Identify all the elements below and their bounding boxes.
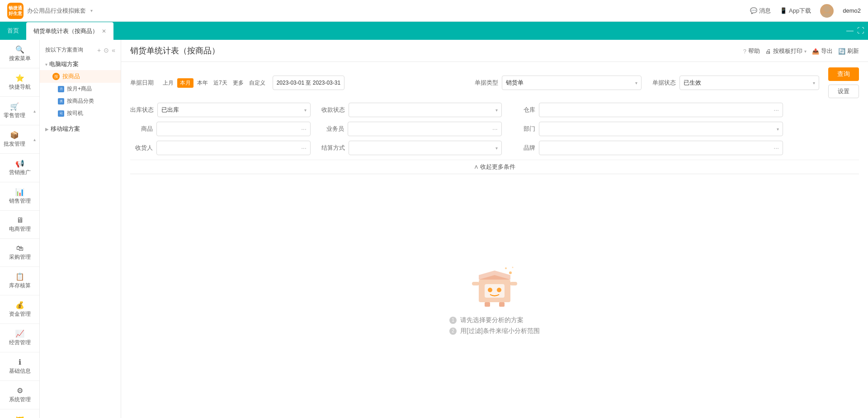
scheme-group-pc: ▾ 电脑端方案 按 按商品 月 按月+商品 类 按商品分类 司 按司机 xyxy=(40,57,121,121)
collapse-btn[interactable]: ∧ 收起更多条件 xyxy=(474,163,516,171)
sidebar-item-marketing[interactable]: 📢 营销推广 xyxy=(0,154,39,182)
sidebar-item-sysadmin[interactable]: ⚙ 系统管理 xyxy=(0,381,39,409)
status-control[interactable]: 已生效 ▾ xyxy=(679,76,819,90)
message-icon: 💬 xyxy=(750,7,757,14)
print-label: 按模板打印 xyxy=(773,47,802,55)
collab-icon: 🤝 xyxy=(2,415,38,418)
wholesale-icon: 📦 xyxy=(4,131,25,139)
app-title-dropdown[interactable]: ▾ xyxy=(90,8,93,13)
sidebar-item-quicknav[interactable]: ⭐ 快捷导航 xyxy=(0,68,39,97)
scheme-sub-item-month-product[interactable]: 月 按月+商品 xyxy=(40,83,121,95)
retail-arrow-icon: ▴ xyxy=(33,109,36,114)
page-title: 销货单统计表（按商品） xyxy=(130,45,220,62)
scheme-item-by-product[interactable]: 按 按商品 xyxy=(40,70,121,83)
date-tab-7days[interactable]: 近7天 xyxy=(212,78,229,88)
search-icon: 🔍 xyxy=(2,45,38,54)
settlement-dropdown-icon: ▾ xyxy=(495,146,498,151)
app-download-btn[interactable]: 📱 App下载 xyxy=(780,7,811,15)
pc-group-label: 电脑端方案 xyxy=(49,60,79,68)
scheme-collapse-btn[interactable]: « xyxy=(112,47,115,54)
filter-area: 单据日期 上月 本月 本年 近7天 更多 自定义 2023-03-01 至 20… xyxy=(121,62,868,174)
empty-state: 1 请先选择要分析的方案 2 用[过滤]条件来缩小分析范围 xyxy=(121,174,868,418)
date-tab-last-month[interactable]: 上月 xyxy=(161,78,175,88)
brand-control[interactable]: ··· xyxy=(539,141,783,155)
svg-rect-8 xyxy=(472,282,479,285)
sidebar-item-finance[interactable]: 💰 资金管理 xyxy=(0,295,39,324)
sidebar-item-basicinfo[interactable]: ℹ 基础信息 xyxy=(0,352,39,381)
scheme-group-pc-title[interactable]: ▾ 电脑端方案 xyxy=(40,58,121,70)
tip-text-2: 用[过滤]条件来缩小分析范围 xyxy=(460,327,540,335)
scheme-settings-btn[interactable]: ⊙ xyxy=(104,47,109,54)
sidebar-item-wholesale[interactable]: 📦 批发管理 ▴ xyxy=(0,125,39,154)
filter-cell-settlement: 结算方式 ▾ xyxy=(321,141,502,155)
sidebar-item-search[interactable]: 🔍 搜索菜单 xyxy=(0,40,39,68)
sysadmin-icon: ⚙ xyxy=(2,386,38,395)
sidebar-item-operations[interactable]: 📈 经营管理 xyxy=(0,324,39,352)
sidebar-quicknav-label: 快捷导航 xyxy=(2,83,38,91)
outbound-control[interactable]: 已出库 ▾ xyxy=(157,103,311,117)
receiver-control[interactable]: ··· xyxy=(156,141,311,155)
product-cat-label: 按商品分类 xyxy=(67,97,94,105)
sidebar-item-ecommerce[interactable]: 🖥 电商管理 xyxy=(0,211,39,239)
settlement-control[interactable]: ▾ xyxy=(349,141,502,155)
svg-point-4 xyxy=(488,288,492,292)
date-tab-more[interactable]: 更多 xyxy=(231,78,245,88)
product-control[interactable]: ··· xyxy=(156,122,311,136)
date-tab-this-year[interactable]: 本年 xyxy=(195,78,210,88)
salesperson-control[interactable]: ··· xyxy=(348,122,502,136)
date-tab-this-month[interactable]: 本月 xyxy=(177,78,193,88)
tab-sales-stats[interactable]: 销货单统计表（按商品） ✕ xyxy=(26,22,113,40)
tab-expand-icon[interactable]: ⛶ xyxy=(857,27,864,35)
sidebar-item-retail[interactable]: 🛒 零售管理 ▴ xyxy=(0,97,39,125)
scheme-sub-item-driver[interactable]: 司 按司机 xyxy=(40,107,121,119)
avatar[interactable] xyxy=(820,4,834,18)
empty-tip-1: 1 请先选择要分析的方案 xyxy=(449,316,540,324)
mobile-group-label: 移动端方案 xyxy=(51,125,80,133)
sidebar-item-purchase[interactable]: 🛍 采购管理 xyxy=(0,239,39,267)
filter-cell-receiver: 收货人 ··· xyxy=(130,141,311,155)
dept-control[interactable]: ▾ xyxy=(539,122,783,136)
type-control[interactable]: 销货单 ▾ xyxy=(502,76,642,90)
filter-cell-brand: 品牌 ··· xyxy=(513,141,783,155)
empty-tips: 1 请先选择要分析的方案 2 用[过滤]条件来缩小分析范围 xyxy=(449,316,540,338)
print-btn[interactable]: 🖨 按模板打印 ▾ xyxy=(765,47,807,55)
scheme-group-mobile-title[interactable]: ▶ 移动端方案 xyxy=(40,123,121,135)
status-label: 单据状态 xyxy=(652,79,676,87)
payment-control[interactable]: ▾ xyxy=(349,103,502,117)
marketing-icon: 📢 xyxy=(2,159,38,168)
setting-button[interactable]: 设置 xyxy=(828,85,859,98)
by-product-icon: 按 xyxy=(52,73,60,80)
help-btn[interactable]: ? 帮助 xyxy=(743,47,760,55)
tab-bar: 首页 销货单统计表（按商品） ✕ — ⛶ xyxy=(0,22,868,40)
date-range[interactable]: 2023-03-01 至 2023-03-31 xyxy=(273,76,344,90)
date-tab-custom[interactable]: 自定义 xyxy=(247,78,267,88)
filter-cell-type: 单据类型 销货单 ▾ xyxy=(475,76,642,90)
user-name: demo2 xyxy=(843,7,861,14)
refresh-btn[interactable]: 🔄 刷新 xyxy=(838,47,859,55)
filter-cell-outbound: 出库状态 已出库 ▾ xyxy=(130,103,311,117)
message-btn[interactable]: 💬 消息 xyxy=(750,7,771,15)
date-label: 单据日期 xyxy=(130,79,154,87)
print-dropdown-icon: ▾ xyxy=(804,49,807,54)
tab-minimize-icon[interactable]: — xyxy=(846,27,854,35)
scheme-sub-item-product-cat[interactable]: 类 按商品分类 xyxy=(40,95,121,107)
page-actions: ? 帮助 🖨 按模板打印 ▾ 📤 导出 🔄 刷新 xyxy=(743,45,859,55)
scheme-add-btn[interactable]: + xyxy=(97,47,101,54)
sidebar-item-sales[interactable]: 📊 销售管理 xyxy=(0,182,39,211)
tip-text-1: 请先选择要分析的方案 xyxy=(460,316,524,324)
warehouse-control[interactable]: ··· xyxy=(539,103,783,117)
sidebar-item-inventory[interactable]: 📋 库存核算 xyxy=(0,267,39,295)
driver-icon: 司 xyxy=(58,110,64,117)
query-button[interactable]: 查询 xyxy=(828,67,859,81)
sidebar-item-collab[interactable]: 🤝 企业协同 xyxy=(0,409,39,418)
svg-point-5 xyxy=(497,288,501,292)
refresh-icon: 🔄 xyxy=(838,48,845,55)
tip-num-1: 1 xyxy=(449,317,457,324)
tab-close-icon[interactable]: ✕ xyxy=(102,28,106,34)
tab-home[interactable]: 首页 xyxy=(0,22,26,40)
export-btn[interactable]: 📤 导出 xyxy=(812,47,833,55)
brand-dots-icon: ··· xyxy=(774,144,779,152)
month-product-icon: 月 xyxy=(58,86,64,92)
query-btn-group: 查询 设置 xyxy=(828,67,859,98)
outbound-dropdown-icon: ▾ xyxy=(304,108,307,113)
